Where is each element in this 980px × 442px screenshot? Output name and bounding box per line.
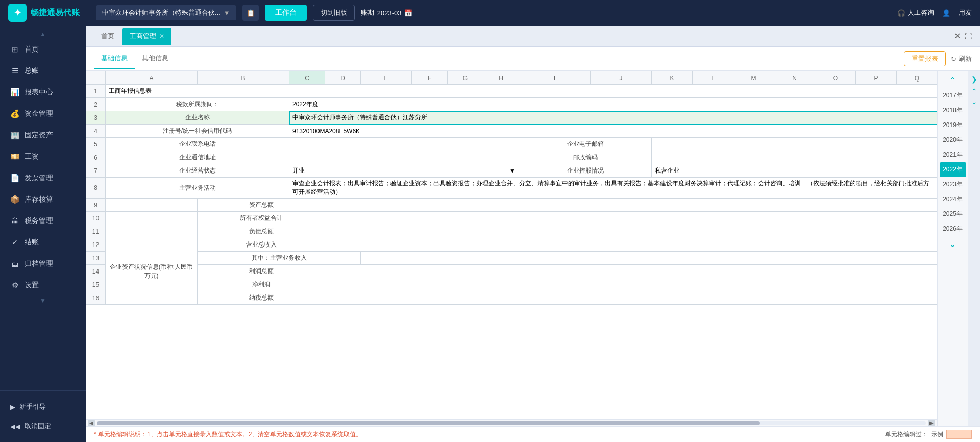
row-num-10: 10 [86,212,106,225]
sidebar-item-unfix[interactable]: ◀◀ 取消固定 [0,416,86,436]
cell-8-value[interactable]: 审查企业会计报表；出具审计报告；验证企业资本；出具验资报告；办理企业合并、分立、… [289,178,938,199]
calendar-icon[interactable]: 📅 [404,9,412,17]
sidebar-label-funds: 资金管理 [24,109,53,118]
cell-12-value[interactable] [325,238,938,252]
panel-expand-down-icon[interactable]: ⌄ [971,97,977,106]
cell-14-value[interactable] [325,265,938,278]
col-header-J[interactable]: J [591,71,652,85]
year-scroll-up[interactable]: ⌃ [947,73,959,88]
col-header-M[interactable]: M [733,71,774,85]
cell-7-state[interactable]: 开业 ▼ [289,164,519,178]
panel-collapse-icon[interactable]: ❯ [971,75,977,83]
cell-11-value[interactable] [325,225,938,238]
col-header-K[interactable]: K [652,71,693,85]
tax-icon: 🏛 [10,217,19,226]
sidebar-item-new-guide[interactable]: ▶ 新手引导 [0,397,86,416]
sidebar-item-inventory[interactable]: 📦 库存核算 [0,189,86,210]
tab-close-icon[interactable]: ✕ [159,33,164,40]
sidebar-item-fixed[interactable]: 🏢 固定资产 [0,125,86,146]
col-header-N[interactable]: N [774,71,815,85]
table-row: 14 利润总额 [86,265,938,278]
year-2024[interactable]: 2024年 [940,192,966,207]
cell-1-title[interactable]: 工商年报信息表 [106,85,938,98]
logo-area: ✦ 畅捷通易代账 [8,4,90,22]
sidebar-item-reports[interactable]: 📊 报表中心 [0,82,86,103]
cell-5-email[interactable] [652,138,938,151]
company-selector[interactable]: 中审众环会计师事务所（特殊普通合伙... ▼ [96,5,236,20]
cell-9-value[interactable] [325,199,938,212]
sidebar-item-funds[interactable]: 💰 资金管理 [0,103,86,125]
cell-7-control-value[interactable]: 私营企业 [652,164,938,178]
year-2019[interactable]: 2019年 [940,118,966,133]
table-row: 8 主营业务活动 审查企业会计报表；出具审计报告；验证企业资本；出具验资报告；办… [86,178,938,199]
sub-tab-other[interactable]: 其他信息 [135,48,176,69]
panel-expand-up-icon[interactable]: ⌃ [971,87,977,95]
cell-4-value[interactable]: 91320100MA208E5W6K [289,125,938,138]
year-2020[interactable]: 2020年 [940,133,966,148]
h-scroll-right-btn[interactable]: ▶ [928,420,935,427]
col-header-P[interactable]: P [856,71,897,85]
col-header-L[interactable]: L [693,71,733,85]
tab-biz[interactable]: 工商管理 ✕ [122,28,172,45]
sub-tab-basic[interactable]: 基础信息 [94,48,135,69]
refresh-button[interactable]: ↻ 刷新 [951,54,972,63]
h-scroll-left-btn[interactable]: ◀ [88,420,95,427]
col-header-O[interactable]: O [815,71,856,85]
cell-6-zip[interactable] [652,151,938,164]
old-version-button[interactable]: 切到旧版 [313,5,355,21]
maximize-icon[interactable]: ⛶ [965,32,972,40]
cell-16-value[interactable] [325,291,938,305]
col-header-B[interactable]: B [198,71,289,85]
cell-2-value[interactable]: 2022年度 [289,98,938,111]
row-num-13: 13 [86,252,106,265]
cell-5-phone[interactable] [289,138,519,151]
sidebar-item-archive[interactable]: 🗂 归档管理 [0,253,86,275]
workbench-button[interactable]: 工作台 [265,5,307,21]
h-scrollbar[interactable]: ◀ ▶ [86,419,937,426]
col-header-E[interactable]: E [361,71,412,85]
page-content: 基础信息 其他信息 重置报表 ↻ 刷新 [86,47,980,442]
bottom-bar: * 单元格编辑说明：1、点击单元格直接录入数值或文本。2、清空单元格数值或文本恢… [86,426,980,442]
cell-15-value[interactable] [325,278,938,291]
sidebar-item-payroll[interactable]: 💴 工资 [0,146,86,167]
col-header-C[interactable]: C [289,71,325,85]
sidebar-item-ledger[interactable]: ☰ 总账 [0,60,86,82]
col-header-I[interactable]: I [519,71,591,85]
consult-button[interactable]: 🎧 人工咨询 [897,8,934,17]
year-2023[interactable]: 2023年 [940,177,966,192]
reset-button[interactable]: 重置报表 [904,51,946,66]
h-scroll-thumb[interactable] [97,421,760,425]
close-window-icon[interactable]: ✕ [954,31,961,41]
consult-label: 人工咨询 [908,8,934,17]
table-row: 6 企业通信地址 邮政编码 [86,151,938,164]
reports-icon: 📊 [10,88,19,97]
sidebar-item-settings[interactable]: ⚙ 设置 [0,275,86,296]
cell-3-value[interactable]: 中审众环会计师事务所（特殊普通合伙）江苏分所 [289,111,938,125]
year-2022[interactable]: 2022年 [940,162,966,177]
sidebar-item-settle[interactable]: ✓ 结账 [0,232,86,253]
col-header-H[interactable]: H [483,71,519,85]
cell-10-value[interactable] [325,212,938,225]
year-2026[interactable]: 2026年 [940,222,966,236]
sidebar-label-archive: 归档管理 [24,259,53,268]
h-scroll-track[interactable] [97,421,926,425]
col-header-A[interactable]: A [106,71,198,85]
sidebar-item-tax[interactable]: 🏛 税务管理 [0,210,86,232]
doc-icon[interactable]: 📋 [242,5,259,21]
col-header-G[interactable]: G [448,71,483,85]
col-header-Q[interactable]: Q [897,71,938,85]
year-2021[interactable]: 2021年 [940,148,966,162]
spreadsheet-container[interactable]: A B C D E F G H I J [86,71,937,419]
year-2018[interactable]: 2018年 [940,103,966,118]
sidebar-item-home[interactable]: ⊞ 首页 [0,39,86,60]
year-2017[interactable]: 2017年 [940,88,966,103]
cell-13-value[interactable] [361,252,938,265]
col-header-F[interactable]: F [412,71,448,85]
sidebar-item-invoice[interactable]: 📄 发票管理 [0,167,86,189]
cell-6-addr[interactable] [289,151,519,164]
year-scroll-down[interactable]: ⌄ [947,236,959,252]
tab-home[interactable]: 首页 [94,28,121,45]
col-header-D[interactable]: D [325,71,361,85]
cell-4-label: 注册号/统一社会信用代码 [106,125,289,138]
year-2025[interactable]: 2025年 [940,207,966,222]
